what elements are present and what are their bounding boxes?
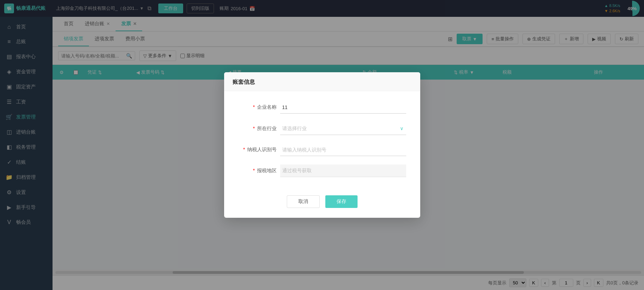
industry-label: * 所在行业 (238, 126, 280, 132)
required-star: * (253, 126, 255, 131)
form-row-industry: * 所在行业 请选择行业 ∨ (238, 122, 406, 135)
required-star: * (253, 168, 255, 173)
form-row-company-name: * 企业名称 (238, 101, 406, 114)
industry-select[interactable]: 请选择行业 (280, 122, 406, 135)
industry-select-wrap: 请选择行业 ∨ (280, 122, 406, 135)
modal-body: * 企业名称 * 所在行业 请选择行业 ∨ (224, 91, 420, 193)
taxpayer-id-input[interactable] (280, 143, 406, 156)
form-row-tax-region: * 报税地区 通过税号获取 (238, 164, 406, 177)
required-star: * (253, 104, 255, 110)
company-name-input[interactable] (280, 101, 406, 114)
account-info-modal: 账套信息 * 企业名称 * 所在行业 请选择行业 (224, 72, 420, 218)
taxpayer-id-label: * 纳税人识别号 (238, 147, 280, 153)
modal-title: 账套信息 (233, 79, 255, 85)
save-button[interactable]: 保存 (325, 195, 358, 208)
modal-footer: 取消 保存 (224, 193, 420, 218)
cancel-button[interactable]: 取消 (287, 195, 320, 208)
tax-region-display: 通过税号获取 (280, 164, 406, 177)
modal-overlay: 账套信息 * 企业名称 * 所在行业 请选择行业 (0, 0, 644, 290)
modal-header: 账套信息 (224, 72, 420, 91)
tax-region-label: * 报税地区 (238, 168, 280, 174)
form-row-taxpayer-id: * 纳税人识别号 (238, 143, 406, 156)
company-name-label: * 企业名称 (238, 104, 280, 110)
required-star: * (243, 147, 245, 152)
